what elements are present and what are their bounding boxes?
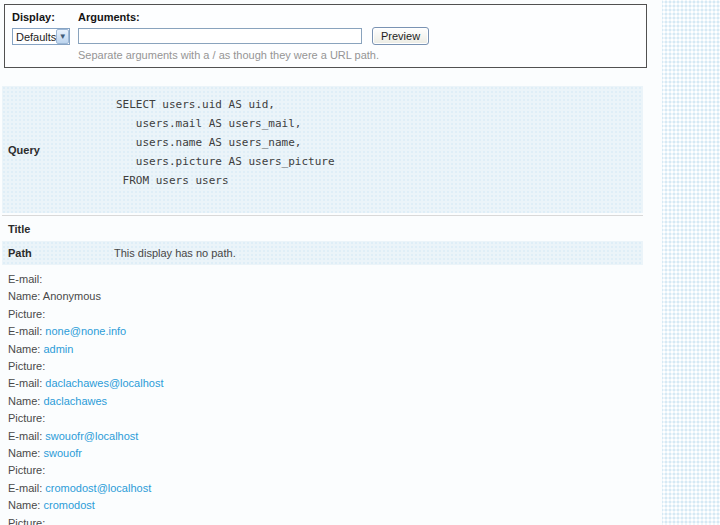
arguments-input[interactable] [78, 28, 362, 44]
preview-button[interactable]: Preview [372, 27, 429, 45]
field-value-link[interactable]: swouofr@localhost [45, 430, 138, 442]
field-label: E-mail: [8, 273, 42, 285]
field-line-picture: Picture: [8, 515, 638, 525]
field-line-email: E-mail: daclachawes@localhost [8, 375, 638, 392]
path-row-label: Path [2, 241, 114, 265]
field-label: Name: [8, 499, 43, 511]
arguments-help-text: Separate arguments with a / as though th… [78, 49, 638, 61]
query-sql: SELECT users.uid AS uid, users.mail AS u… [114, 86, 335, 213]
display-select-value: Defaults [13, 31, 56, 43]
field-label: Name: [8, 447, 43, 459]
chevron-down-icon: ▼ [56, 29, 69, 44]
field-line-name: Name: daclachawes [8, 393, 638, 410]
arguments-column: Arguments: Preview Separate arguments wi… [78, 11, 638, 63]
arguments-input-row: Preview [78, 28, 638, 45]
field-value-link[interactable]: daclachawes [43, 395, 107, 407]
field-line-name: Name: swouofr [8, 445, 638, 462]
field-label: E-mail: [8, 377, 45, 389]
field-line-name: Name: admin [8, 341, 638, 358]
display-select[interactable]: Defaults ▼ [12, 28, 70, 45]
field-value-link[interactable]: cromodost [43, 499, 94, 511]
field-line-email: E-mail: swouofr@localhost [8, 428, 638, 445]
path-row-value: This display has no path. [114, 241, 236, 265]
display-column: Display: Defaults ▼ [12, 11, 78, 63]
field-line-email: E-mail: cromodost@localhost [8, 480, 638, 497]
field-label: E-mail: [8, 430, 45, 442]
field-value-link[interactable]: daclachawes@localhost [45, 377, 163, 389]
preview-result-list: E-mail:Name: AnonymousPicture:E-mail: no… [8, 271, 638, 525]
field-label: Picture: [8, 464, 45, 476]
title-row-label: Title [2, 216, 114, 241]
field-line-picture: Picture: [8, 306, 638, 323]
field-label: E-mail: [8, 325, 45, 337]
field-label: E-mail: [8, 482, 45, 494]
field-value-link[interactable]: cromodost@localhost [45, 482, 151, 494]
query-row-label: Query [2, 86, 114, 213]
field-line-picture: Picture: [8, 462, 638, 479]
field-value-link[interactable]: admin [43, 343, 73, 355]
main-content-area: Display: Defaults ▼ Arguments: Preview S… [0, 0, 662, 525]
field-value-link[interactable]: swouofr [43, 447, 82, 459]
field-label: Name: [8, 395, 43, 407]
query-row: Query SELECT users.uid AS uid, users.mai… [2, 86, 643, 213]
preview-form-fieldset: Display: Defaults ▼ Arguments: Preview S… [4, 4, 647, 68]
arguments-label: Arguments: [78, 11, 638, 23]
field-label: Picture: [8, 517, 45, 525]
field-value: Anonymous [43, 290, 101, 302]
field-line-email: E-mail: none@none.info [8, 323, 638, 340]
field-label: Picture: [8, 308, 45, 320]
field-line-name: Name: Anonymous [8, 288, 638, 305]
field-line-email: E-mail: [8, 271, 638, 288]
field-line-picture: Picture: [8, 358, 638, 375]
field-label: Name: [8, 343, 43, 355]
field-label: Picture: [8, 412, 45, 424]
field-line-name: Name: cromodost [8, 497, 638, 514]
title-row: Title [2, 215, 643, 241]
view-summary-rows: Query SELECT users.uid AS uid, users.mai… [2, 86, 643, 265]
path-row: Path This display has no path. [2, 241, 643, 265]
field-line-picture: Picture: [8, 410, 638, 427]
display-label: Display: [12, 11, 78, 23]
field-label: Name: [8, 290, 43, 302]
field-label: Picture: [8, 360, 45, 372]
field-value-link[interactable]: none@none.info [45, 325, 126, 337]
